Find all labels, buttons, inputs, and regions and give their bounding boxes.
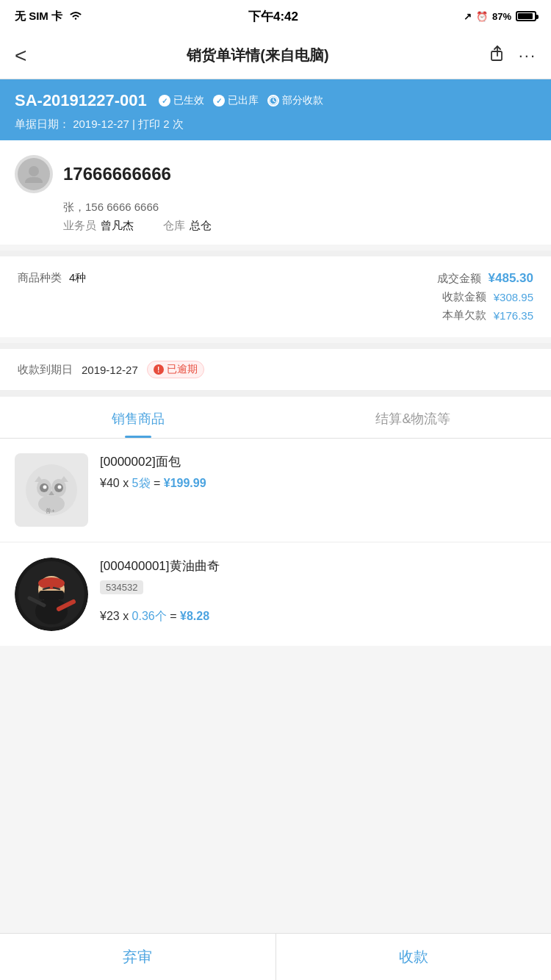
sales-label: 业务员	[63, 219, 96, 233]
more-button[interactable]: ···	[519, 46, 536, 65]
deal-amount-value: ¥485.30	[489, 271, 533, 286]
badge-partial: 部分收款	[267, 94, 323, 107]
product-name-1: [0000002]面包	[100, 453, 536, 470]
product-price-2: ¥23 x 0.36个 = ¥8.28	[100, 609, 536, 624]
check-icon-2: ✓	[213, 95, 225, 107]
location-icon: ↗	[464, 11, 472, 22]
due-date: 2019-12-27	[82, 364, 138, 376]
order-id: SA-20191227-001	[15, 91, 147, 110]
badge-shipped: ✓ 已出库	[213, 94, 259, 107]
status-left: 无 SIM 卡	[15, 10, 83, 24]
svg-point-10	[43, 486, 47, 489]
alarm-icon: ⏰	[476, 11, 488, 22]
status-bar: 无 SIM 卡 下午4:42 ↗ ⏰ 87%	[0, 0, 551, 32]
product-qty-1: 5袋	[132, 477, 151, 489]
bottom-bar: 弃审 收款	[0, 933, 551, 980]
tabs-container: 销售商品 结算&物流等	[0, 397, 551, 439]
stats-right: 成交金额 ¥485.30 收款金额 ¥308.95 本单欠款 ¥176.35	[437, 271, 533, 323]
battery-percent: 87%	[492, 11, 511, 22]
share-button[interactable]	[489, 46, 505, 65]
sales-name: 曾凡杰	[101, 219, 134, 233]
stats-left: 商品种类 4种	[18, 271, 86, 285]
deal-amount-label: 成交金额	[437, 272, 481, 286]
debt-label: 本单欠款	[442, 309, 486, 323]
tab-products[interactable]: 销售商品	[0, 397, 276, 438]
svg-point-19	[38, 577, 65, 589]
product-kind-label: 商品种类	[18, 271, 62, 285]
customer-section: 17666666666 张，156 6666 6666 业务员 曾凡杰 仓库 总…	[0, 140, 551, 245]
header-banner: SA-20191227-001 ✓ 已生效 ✓ 已出库 部分收款	[0, 79, 551, 140]
product-name-2: [000400001]黄油曲奇	[100, 558, 536, 574]
product-total-2: ¥8.28	[180, 610, 209, 622]
deal-amount-row: 成交金额 ¥485.30	[437, 271, 533, 286]
product-qty-2: 0.36个	[132, 610, 167, 622]
product-info-2: [000400001]黄油曲奇 534532 ¥23 x 0.36个 = ¥8.…	[100, 558, 536, 624]
overdue-badge: ! 已逾期	[147, 361, 204, 378]
product-info-1: [0000002]面包 ¥40 x 5袋 = ¥199.99	[100, 453, 536, 491]
customer-phone: 17666666666	[63, 164, 171, 184]
customer-meta: 业务员 曾凡杰 仓库 总仓	[15, 219, 536, 233]
bottom-spacer	[0, 647, 551, 706]
received-label: 收款金额	[442, 290, 486, 304]
battery-icon	[516, 11, 536, 21]
svg-point-11	[58, 486, 62, 489]
status-time: 下午4:42	[248, 8, 298, 25]
due-section: 收款到期日 2019-12-27 ! 已逾期	[0, 349, 551, 391]
cancel-button[interactable]: 弃审	[0, 934, 276, 980]
separator-3	[0, 391, 551, 397]
status-right: ↗ ⏰ 87%	[464, 11, 536, 22]
overdue-text: 已逾期	[167, 363, 198, 376]
badge-activated: ✓ 已生效	[159, 94, 204, 107]
carrier-label: 无 SIM 卡	[15, 10, 62, 24]
debt-value: ¥176.35	[494, 309, 533, 322]
nav-actions: ···	[489, 46, 536, 65]
banner-top: SA-20191227-001 ✓ 已生效 ✓ 已出库 部分收款	[15, 91, 536, 110]
product-image-1: 兽+	[15, 453, 88, 527]
product-list: 兽+ [0000002]面包 ¥40 x 5袋 = ¥199.99	[0, 439, 551, 646]
check-icon-1: ✓	[159, 95, 170, 107]
svg-rect-0	[491, 51, 502, 60]
wifi-icon	[68, 10, 83, 23]
overdue-icon: !	[154, 364, 164, 375]
tab-settlement[interactable]: 结算&物流等	[276, 397, 551, 438]
product-item-2: [000400001]黄油曲奇 534532 ¥23 x 0.36个 = ¥8.…	[0, 543, 551, 646]
sales-meta: 业务员 曾凡杰	[63, 219, 134, 233]
product-kind-value: 4种	[69, 271, 86, 285]
customer-name: 张，156 6666 6666	[15, 201, 536, 215]
stats-section: 商品种类 4种 成交金额 ¥485.30 收款金额 ¥308.95 本单欠款 ¥…	[0, 256, 551, 337]
product-price-1: ¥40 x 5袋 = ¥199.99	[100, 476, 536, 491]
separator-1	[0, 251, 551, 256]
warehouse-meta: 仓库 总仓	[163, 219, 212, 233]
debt-row: 本单欠款 ¥176.35	[442, 309, 533, 323]
svg-text:兽+: 兽+	[46, 508, 55, 514]
product-total-1: ¥199.99	[164, 477, 206, 489]
svg-point-4	[29, 166, 39, 176]
product-sku-2: 534532	[100, 580, 143, 594]
received-value: ¥308.95	[494, 291, 533, 303]
avatar	[15, 155, 53, 193]
confirm-button[interactable]: 收款	[276, 934, 552, 980]
product-thumb-1: 兽+	[15, 453, 88, 527]
avatar-inner	[18, 158, 50, 190]
clock-icon	[267, 95, 279, 107]
due-label: 收款到期日	[18, 363, 73, 377]
received-row: 收款金额 ¥308.95	[442, 290, 533, 304]
product-kind-row: 商品种类 4种	[18, 271, 86, 285]
warehouse-label: 仓库	[163, 219, 185, 233]
banner-date: 单据日期： 2019-12-27 | 打印 2 次	[15, 118, 536, 131]
product-thumb-2	[15, 558, 88, 631]
nav-bar: < 销货单详情(来自电脑) ···	[0, 32, 551, 79]
back-button[interactable]: <	[15, 44, 26, 68]
separator-2	[0, 343, 551, 349]
svg-line-3	[273, 101, 276, 102]
banner-badges: ✓ 已生效 ✓ 已出库 部分收款	[159, 94, 323, 107]
page-title: 销货单详情(来自电脑)	[187, 46, 328, 65]
product-item-1: 兽+ [0000002]面包 ¥40 x 5袋 = ¥199.99	[0, 439, 551, 541]
warehouse-name: 总仓	[190, 219, 212, 233]
customer-row: 17666666666	[15, 155, 536, 193]
